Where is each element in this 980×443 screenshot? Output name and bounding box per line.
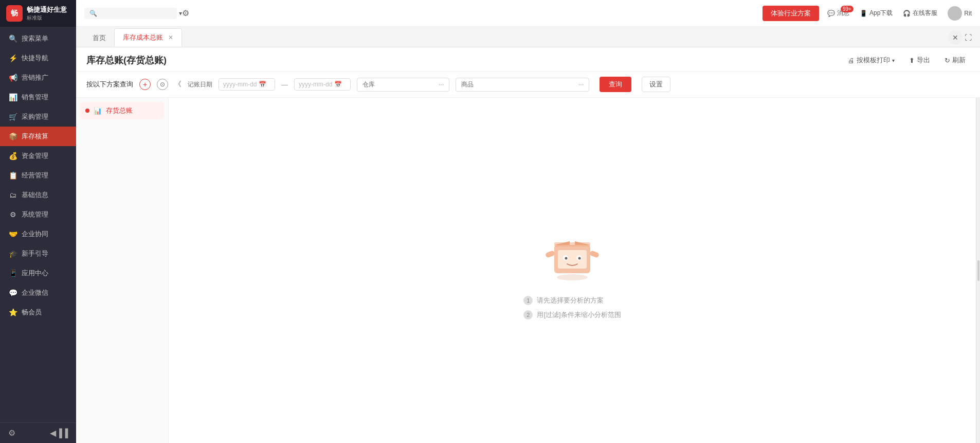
nav-label-sales: 销售管理	[22, 93, 48, 102]
scheme-item-inventory[interactable]: 📊 存货总账	[80, 102, 164, 119]
purchase-icon: 🛒	[8, 112, 17, 121]
export-button[interactable]: ⬆ 导出	[905, 54, 934, 67]
nav-label-search: 搜索菜单	[22, 34, 48, 43]
online-service-label: 在线客服	[913, 9, 937, 17]
sidebar-item-marketing[interactable]: 📢 营销推广	[0, 68, 76, 87]
body-area: 📊 存货总账	[76, 98, 980, 443]
online-service-item[interactable]: 🎧 在线客服	[903, 9, 937, 17]
page-actions: 🖨 按模板打印 ▾ ⬆ 导出 ↻ 刷新	[844, 54, 970, 67]
tabbar: 首页 库存成本总账 ✕ ✕ ⛶	[76, 27, 980, 47]
filter-label: 按以下方案查询	[86, 80, 133, 89]
nav-label-inventory: 库存核算	[22, 132, 48, 141]
user-name: Rit	[964, 10, 972, 17]
sidebar-item-member[interactable]: ⭐ 畅会员	[0, 303, 76, 322]
nav-label-quick-nav: 快捷导航	[22, 54, 48, 63]
sidebar-item-operations[interactable]: 📋 经营管理	[0, 166, 76, 185]
nav-label-app-center: 应用中心	[22, 269, 48, 278]
print-dropdown-icon: ▾	[892, 58, 895, 63]
nav-label-finance: 资金管理	[22, 151, 48, 161]
message-badge: 99+	[841, 6, 854, 12]
empty-tip-2: 2 用[过滤]条件来缩小分析范围	[523, 310, 621, 320]
nav-label-system: 系统管理	[22, 210, 48, 219]
setting-button[interactable]: 设置	[642, 77, 670, 92]
content-area: 库存总账(存货总账) 🖨 按模板打印 ▾ ⬆ 导出 ↻ 刷新 按以下方案查询	[76, 47, 980, 443]
empty-state-area: 1 请先选择要分析的方案 2 用[过滤]条件来缩小分析范围	[169, 98, 976, 443]
search-icon: 🔍	[89, 10, 97, 17]
member-icon: ⭐	[8, 308, 17, 317]
sidebar-item-search[interactable]: 🔍 搜索菜单	[0, 29, 76, 48]
sidebar-nav: 🔍 搜索菜单 ⚡ 快捷导航 📢 营销推广 📊 销售管理 🛒 采购管理 📦 库存核…	[0, 27, 76, 422]
print-icon: 🖨	[848, 57, 855, 64]
sidebar-bottom: ⚙ ◀▐▐	[0, 422, 76, 443]
topbar-search[interactable]: 🔍	[84, 8, 177, 19]
svg-rect-9	[589, 250, 600, 258]
finance-icon: 💰	[8, 151, 17, 161]
sidebar-item-app-center[interactable]: 📱 应用中心	[0, 263, 76, 283]
tab-home[interactable]: 首页	[84, 29, 114, 47]
panel-resize-handle	[977, 260, 979, 281]
settings-bottom-icon[interactable]: ⚙	[8, 428, 15, 438]
sidebar-item-purchase[interactable]: 🛒 采购管理	[0, 107, 76, 127]
refresh-button[interactable]: ↻ 刷新	[940, 54, 970, 67]
filter-schema-button[interactable]: ⊙	[157, 79, 168, 90]
sidebar-item-finance[interactable]: 💰 资金管理	[0, 146, 76, 166]
date-label: 记账日期	[188, 80, 212, 89]
sidebar-item-cooperation[interactable]: 🤝 企业协同	[0, 224, 76, 244]
sidebar-item-inventory[interactable]: 📦 库存核算	[0, 127, 76, 146]
right-panel-handle[interactable]	[976, 98, 980, 443]
industry-button[interactable]: 体验行业方案	[763, 6, 819, 21]
query-button[interactable]: 查询	[600, 77, 631, 92]
tab-inventory-cost[interactable]: 库存成本总账 ✕	[114, 28, 182, 47]
filter-collapse-button[interactable]: 《	[174, 80, 182, 89]
inventory-icon: 📦	[8, 132, 17, 141]
svg-point-6	[565, 257, 568, 259]
nav-label-purchase: 采购管理	[22, 112, 48, 121]
user-item[interactable]: Rit	[948, 6, 972, 21]
date-start-placeholder: yyyy-mm-dd	[223, 81, 257, 88]
nav-label-operations: 经营管理	[22, 171, 48, 180]
quick-nav-icon: ⚡	[8, 54, 17, 63]
date-start-input[interactable]: yyyy-mm-dd 📅	[219, 78, 275, 91]
tip-num-2: 2	[523, 310, 533, 320]
topbar-settings-icon[interactable]: ⚙	[182, 8, 189, 18]
sidebar-item-sales[interactable]: 📊 销售管理	[0, 87, 76, 107]
guide-icon: 🎓	[8, 249, 17, 258]
scheme-icon: 📊	[94, 107, 102, 115]
topbar: 🔍 ▾ ⚙ 体验行业方案 💬 消息 99+ 📱 App下载 🎧 在线客服 Rit	[76, 0, 980, 27]
audio-bottom-icon[interactable]: ◀▐▐	[50, 428, 68, 438]
sidebar-item-quick-nav[interactable]: ⚡ 快捷导航	[0, 48, 76, 68]
tip-num-1: 1	[523, 296, 533, 305]
sidebar-item-wechat[interactable]: 💬 企业微信	[0, 283, 76, 303]
svg-rect-2	[554, 242, 590, 246]
system-icon: ⚙	[8, 210, 17, 219]
scheme-panel: 📊 存货总账	[76, 98, 169, 443]
tab-close-icon[interactable]: ✕	[168, 34, 173, 41]
warehouse-label: 仓库	[362, 80, 375, 89]
sidebar-item-system[interactable]: ⚙ 系统管理	[0, 205, 76, 224]
empty-illustration	[541, 222, 603, 283]
panel-close-button[interactable]: ✕	[948, 30, 963, 45]
warehouse-input[interactable]: 仓库 ···	[357, 78, 449, 92]
warehouse-more-icon: ···	[439, 81, 444, 88]
print-button[interactable]: 🖨 按模板打印 ▾	[844, 54, 899, 67]
page-title: 库存总账(存货总账)	[86, 54, 167, 66]
filter-add-button[interactable]: +	[139, 79, 151, 90]
panel-expand-icon[interactable]: ⛶	[965, 33, 972, 42]
product-input[interactable]: 商品 ···	[456, 78, 589, 92]
calendar-start-icon: 📅	[259, 81, 266, 88]
sales-icon: 📊	[8, 93, 17, 102]
marketing-icon: 📢	[8, 73, 17, 82]
date-end-input[interactable]: yyyy-mm-dd 📅	[294, 78, 351, 91]
app-download-item[interactable]: 📱 App下载	[860, 9, 893, 17]
cooperation-icon: 🤝	[8, 229, 17, 239]
product-more-icon: ···	[578, 81, 584, 88]
svg-point-0	[557, 274, 588, 280]
main-area: 🔍 ▾ ⚙ 体验行业方案 💬 消息 99+ 📱 App下载 🎧 在线客服 Rit	[76, 0, 980, 443]
sidebar-item-guide[interactable]: 🎓 新手引导	[0, 244, 76, 263]
search-icon: 🔍	[8, 34, 17, 43]
product-label: 商品	[461, 80, 474, 89]
sidebar-item-basic-info[interactable]: 🗂 基础信息	[0, 185, 76, 205]
nav-label-cooperation: 企业协同	[22, 229, 48, 239]
scheme-label: 存货总账	[106, 106, 133, 115]
message-item[interactable]: 💬 消息 99+	[827, 9, 849, 17]
